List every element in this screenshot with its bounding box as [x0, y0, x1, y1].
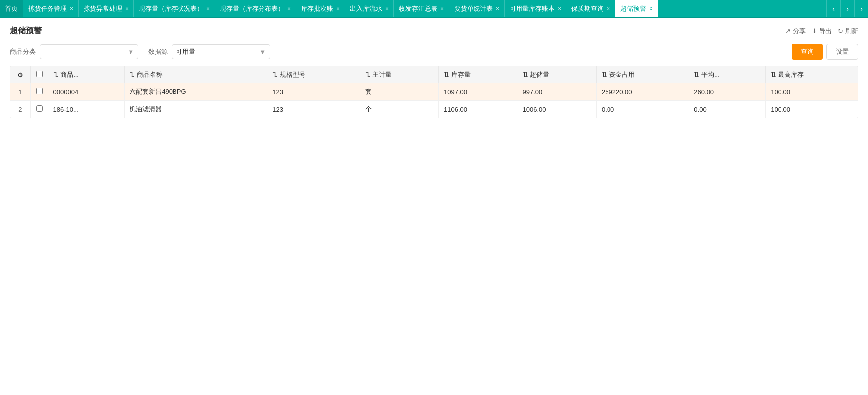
nav-order-stats-close[interactable]: ×	[496, 5, 499, 12]
nav-overstock-warning-label: 超储预警	[620, 4, 646, 13]
row-checkbox-input-1[interactable]	[36, 88, 43, 94]
filter-row: 商品分类 ▼ 数据源 可用量 ▼ 查询 设置	[10, 44, 858, 60]
page-title: 超储预警	[10, 26, 42, 36]
th-product-name[interactable]: ⇅ 商品名称	[125, 66, 267, 83]
th-max-stock[interactable]: ⇅ 最高库存	[766, 66, 858, 83]
nav-stock-status-close[interactable]: ×	[206, 5, 210, 12]
filter-buttons: 查询 设置	[792, 44, 858, 60]
nav-batch-account[interactable]: 库存批次账 ×	[296, 0, 345, 18]
nav-task-management[interactable]: 拣货任务管理 ×	[23, 0, 79, 18]
cell-max-stock-1: 100.00	[766, 83, 858, 101]
th-spec-sort-icon: ⇅	[272, 71, 278, 78]
th-stock-sort-icon: ⇅	[444, 71, 449, 78]
nav-arrow-right[interactable]: ›	[840, 0, 854, 18]
nav-stock-distribution[interactable]: 现存量（库存分布表） ×	[215, 0, 296, 18]
cell-spec-2: 123	[267, 101, 360, 118]
nav-available-stock[interactable]: 可用量库存账本 ×	[505, 0, 566, 18]
nav-inout-flow[interactable]: 出入库流水 ×	[345, 0, 394, 18]
th-gear[interactable]: ⚙	[10, 66, 30, 83]
nav-stock-distribution-close[interactable]: ×	[287, 5, 291, 12]
row-checkbox-1[interactable]	[30, 83, 48, 101]
header-actions: ↗ 分享 ⤓ 导出 ↻ 刷新	[785, 27, 858, 36]
cell-unit-2: 个	[360, 101, 439, 118]
nav-order-stats[interactable]: 要货单统计表 ×	[449, 0, 505, 18]
nav-summary-close[interactable]: ×	[440, 5, 444, 12]
nav-task-management-close[interactable]: ×	[70, 5, 73, 12]
nav-arrow-left[interactable]: ‹	[826, 0, 840, 18]
nav-home[interactable]: 首页	[0, 0, 23, 18]
cell-over-stock-1: 997.00	[518, 83, 597, 101]
nav-summary[interactable]: 收发存汇总表 ×	[394, 0, 449, 18]
cell-product-name-2: 机油滤清器	[125, 101, 267, 118]
cell-over-stock-2: 1006.00	[518, 101, 597, 118]
nav-arrow-expand[interactable]: ›	[854, 0, 868, 18]
category-label: 商品分类	[10, 47, 36, 56]
th-over-stock[interactable]: ⇅ 超储量	[518, 66, 597, 83]
table-body: 1 0000004 六配套新昌490BPG 123 套 1097.00 997.…	[10, 83, 858, 118]
nav-quality-period-label: 保质期查询	[571, 4, 604, 13]
share-icon: ↗	[785, 27, 791, 35]
row-number-1: 1	[10, 83, 30, 101]
cell-stock-1: 1097.00	[439, 83, 518, 101]
table-header-row: ⚙ ⇅ 商品... ⇅ 商品名称 ⇅ 规格型号	[10, 66, 858, 83]
nav-task-management-label: 拣货任务管理	[28, 4, 67, 13]
cell-max-stock-2: 100.00	[766, 101, 858, 118]
th-unit[interactable]: ⇅ 主计量	[360, 66, 439, 83]
nav-available-stock-close[interactable]: ×	[558, 5, 561, 12]
th-capital[interactable]: ⇅ 资金占用	[597, 66, 689, 83]
cell-stock-2: 1106.00	[439, 101, 518, 118]
th-spec[interactable]: ⇅ 规格型号	[267, 66, 360, 83]
settings-button[interactable]: 设置	[826, 44, 858, 60]
cell-product-code-2: 186-10...	[48, 101, 125, 118]
th-max-stock-sort-icon: ⇅	[771, 71, 776, 78]
share-label: 分享	[793, 27, 806, 36]
row-checkbox-2[interactable]	[30, 101, 48, 118]
category-select[interactable]: ▼	[40, 44, 138, 59]
query-button[interactable]: 查询	[792, 44, 823, 60]
nav-stock-distribution-label: 现存量（库存分布表）	[220, 4, 284, 13]
refresh-action[interactable]: ↻ 刷新	[838, 27, 858, 36]
data-table: ⚙ ⇅ 商品... ⇅ 商品名称 ⇅ 规格型号	[10, 66, 858, 118]
nav-order-stats-label: 要货单统计表	[454, 4, 493, 13]
th-avg[interactable]: ⇅ 平均...	[689, 66, 766, 83]
nav-available-stock-label: 可用量库存账本	[510, 4, 555, 13]
nav-quality-period-close[interactable]: ×	[607, 5, 610, 12]
th-unit-sort-icon: ⇅	[365, 71, 371, 78]
nav-exception-handling[interactable]: 拣货异常处理 ×	[79, 0, 134, 18]
row-number-2: 2	[10, 101, 30, 118]
export-label: 导出	[819, 27, 832, 36]
nav-scroll-arrows: ‹ › ›	[826, 0, 868, 18]
category-filter: 商品分类 ▼	[10, 44, 138, 59]
nav-exception-handling-close[interactable]: ×	[125, 5, 129, 12]
refresh-icon: ↻	[838, 27, 843, 35]
share-action[interactable]: ↗ 分享	[785, 27, 806, 36]
cell-spec-1: 123	[267, 83, 360, 101]
table-row: 2 186-10... 机油滤清器 123 个 1106.00 1006.00 …	[10, 101, 858, 118]
datasource-chevron-icon: ▼	[260, 48, 266, 56]
nav-inout-flow-label: 出入库流水	[350, 4, 382, 13]
select-all-checkbox[interactable]	[36, 71, 43, 77]
cell-capital-2: 0.00	[597, 101, 689, 118]
nav-overstock-warning-close[interactable]: ×	[649, 5, 652, 12]
datasource-value: 可用量	[176, 47, 195, 56]
cell-product-code-1: 0000004	[48, 83, 125, 101]
th-product-code[interactable]: ⇅ 商品...	[48, 66, 125, 83]
datasource-filter: 数据源 可用量 ▼	[148, 44, 270, 59]
nav-batch-account-label: 库存批次账	[301, 4, 333, 13]
th-product-name-sort-icon: ⇅	[130, 71, 135, 78]
row-checkbox-input-2[interactable]	[36, 105, 43, 112]
nav-quality-period[interactable]: 保质期查询 ×	[566, 0, 615, 18]
th-checkbox[interactable]	[30, 66, 48, 83]
th-stock[interactable]: ⇅ 库存量	[439, 66, 518, 83]
nav-summary-label: 收发存汇总表	[399, 4, 437, 13]
cell-product-name-1: 六配套新昌490BPG	[125, 83, 267, 101]
top-navigation: 首页 拣货任务管理 × 拣货异常处理 × 现存量（库存状况表） × 现存量（库存…	[0, 0, 868, 18]
nav-batch-account-close[interactable]: ×	[336, 5, 340, 12]
export-action[interactable]: ⤓ 导出	[812, 27, 832, 36]
datasource-select[interactable]: 可用量 ▼	[172, 44, 270, 59]
nav-stock-status-label: 现存量（库存状况表）	[139, 4, 203, 13]
nav-stock-status[interactable]: 现存量（库存状况表） ×	[134, 0, 215, 18]
page-content: 超储预警 ↗ 分享 ⤓ 导出 ↻ 刷新 商品分类 ▼ 数据源	[0, 18, 868, 126]
nav-overstock-warning[interactable]: 超储预警 ×	[615, 0, 658, 18]
nav-inout-flow-close[interactable]: ×	[385, 5, 389, 12]
